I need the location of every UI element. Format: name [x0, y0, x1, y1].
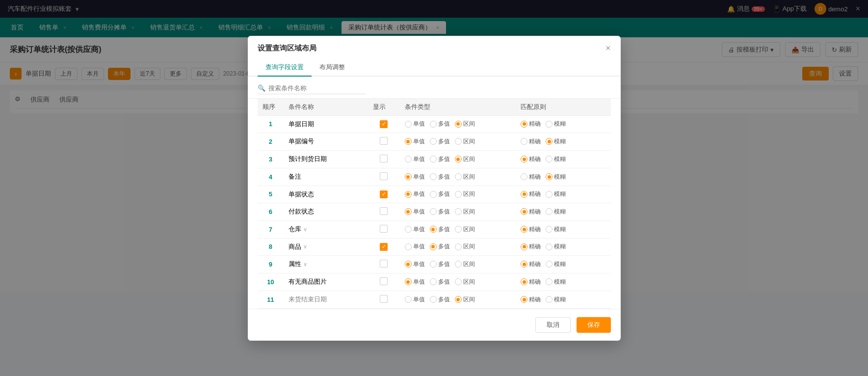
- type-multi-radio[interactable]: 多值: [430, 260, 450, 269]
- dropdown-icon[interactable]: ∨: [303, 226, 307, 233]
- type-multi-radio[interactable]: 多值: [430, 155, 450, 163]
- type-single-label: 单值: [413, 225, 425, 234]
- type-multi-radio[interactable]: 多值: [430, 173, 450, 181]
- type-multi-dot: [430, 156, 437, 162]
- type-range-dot: [455, 121, 462, 128]
- display-checkbox[interactable]: [380, 243, 388, 251]
- type-multi-radio[interactable]: 多值: [430, 278, 450, 286]
- match-exact-radio[interactable]: 精确: [521, 137, 541, 146]
- modal-tab-query-label: 查询字段设置: [265, 63, 304, 71]
- col-header-type: 条件类型: [400, 99, 516, 116]
- match-fuzzy-dot: [546, 261, 552, 268]
- row-display[interactable]: [368, 255, 399, 273]
- row-display[interactable]: [368, 291, 399, 292]
- match-exact-radio[interactable]: 精确: [521, 208, 541, 216]
- row-display[interactable]: [368, 168, 399, 186]
- type-range-radio[interactable]: 区间: [455, 155, 475, 163]
- match-exact-radio[interactable]: 精确: [521, 120, 541, 128]
- match-exact-radio[interactable]: 精确: [521, 155, 541, 163]
- row-display[interactable]: [368, 133, 399, 150]
- match-fuzzy-radio[interactable]: 模糊: [546, 242, 566, 251]
- type-single-radio[interactable]: 单值: [405, 190, 425, 198]
- type-multi-radio[interactable]: 多值: [430, 120, 450, 128]
- row-match: 精确 模糊: [516, 238, 610, 255]
- match-fuzzy-radio[interactable]: 模糊: [546, 155, 566, 163]
- match-fuzzy-radio[interactable]: 模糊: [546, 260, 566, 269]
- modal-search-area: 🔍: [248, 77, 621, 99]
- row-display[interactable]: [368, 220, 399, 238]
- match-fuzzy-radio[interactable]: 模糊: [546, 225, 566, 234]
- match-exact-radio[interactable]: 精确: [521, 278, 541, 286]
- display-checkbox[interactable]: [380, 260, 388, 268]
- type-range-radio[interactable]: 区间: [455, 208, 475, 216]
- type-single-radio[interactable]: 单值: [405, 278, 425, 286]
- row-display[interactable]: [368, 238, 399, 255]
- type-single-radio[interactable]: 单值: [405, 173, 425, 181]
- type-range-radio[interactable]: 区间: [455, 225, 475, 234]
- row-name: 来货结束日期: [284, 291, 368, 292]
- display-checkbox[interactable]: [380, 120, 388, 128]
- modal-close-button[interactable]: ×: [605, 44, 611, 53]
- type-multi-radio[interactable]: 多值: [430, 190, 450, 198]
- match-fuzzy-label: 模糊: [554, 155, 566, 163]
- type-multi-radio[interactable]: 多值: [430, 242, 450, 251]
- display-checkbox[interactable]: [380, 155, 388, 162]
- modal-tab-query[interactable]: 查询字段设置: [258, 59, 312, 77]
- display-checkbox[interactable]: [380, 277, 388, 285]
- row-display[interactable]: [368, 186, 399, 203]
- display-checkbox[interactable]: [380, 225, 388, 233]
- type-range-radio[interactable]: 区间: [455, 190, 475, 198]
- type-multi-radio[interactable]: 多值: [430, 137, 450, 146]
- row-display[interactable]: [368, 150, 399, 168]
- dropdown-icon[interactable]: ∨: [303, 243, 307, 250]
- match-exact-radio[interactable]: 精确: [521, 225, 541, 234]
- row-display[interactable]: [368, 115, 399, 133]
- match-fuzzy-radio[interactable]: 模糊: [546, 208, 566, 216]
- match-exact-radio[interactable]: 精确: [521, 260, 541, 269]
- type-multi-dot: [430, 226, 437, 233]
- type-range-radio[interactable]: 区间: [455, 278, 475, 286]
- search-input[interactable]: [268, 84, 366, 92]
- display-checkbox[interactable]: [380, 172, 388, 180]
- type-multi-radio[interactable]: 多值: [430, 225, 450, 234]
- row-display[interactable]: [368, 273, 399, 291]
- row-display[interactable]: [368, 203, 399, 220]
- type-single-radio[interactable]: 单值: [405, 137, 425, 146]
- type-single-radio[interactable]: 单值: [405, 225, 425, 234]
- type-single-radio[interactable]: 单值: [405, 242, 425, 251]
- type-single-radio[interactable]: 单值: [405, 155, 425, 163]
- row-seq: 10: [258, 273, 284, 291]
- type-single-radio[interactable]: 单值: [405, 120, 425, 128]
- display-checkbox[interactable]: [380, 190, 388, 198]
- match-exact-radio[interactable]: 精确: [521, 242, 541, 251]
- match-fuzzy-radio[interactable]: 模糊: [546, 190, 566, 198]
- type-range-radio[interactable]: 区间: [455, 260, 475, 269]
- type-multi-label: 多值: [438, 173, 450, 181]
- col-header-seq: 顺序: [258, 99, 284, 116]
- type-range-radio[interactable]: 区间: [455, 137, 475, 146]
- type-single-label: 单值: [413, 137, 425, 146]
- type-range-label: 区间: [463, 278, 475, 286]
- match-exact-radio[interactable]: 精确: [521, 173, 541, 181]
- match-fuzzy-radio[interactable]: 模糊: [546, 120, 566, 128]
- match-exact-radio[interactable]: 精确: [521, 190, 541, 198]
- type-single-radio[interactable]: 单值: [405, 260, 425, 269]
- type-multi-radio[interactable]: 多值: [430, 208, 450, 216]
- row-match: 精确 模糊: [516, 133, 610, 150]
- type-multi-dot: [430, 261, 437, 268]
- type-single-radio[interactable]: 单值: [405, 208, 425, 216]
- display-checkbox[interactable]: [380, 207, 388, 215]
- dropdown-icon[interactable]: ∨: [303, 261, 307, 268]
- type-range-radio[interactable]: 区间: [455, 173, 475, 181]
- type-range-radio[interactable]: 区间: [455, 120, 475, 128]
- display-checkbox[interactable]: [380, 137, 388, 145]
- match-fuzzy-dot: [546, 243, 552, 250]
- match-fuzzy-radio[interactable]: 模糊: [546, 137, 566, 146]
- match-fuzzy-radio[interactable]: 模糊: [546, 278, 566, 286]
- match-fuzzy-radio[interactable]: 模糊: [546, 173, 566, 181]
- type-range-radio[interactable]: 区间: [455, 242, 475, 251]
- match-fuzzy-dot: [546, 226, 552, 233]
- modal-tab-layout[interactable]: 布局调整: [312, 59, 353, 77]
- match-fuzzy-label: 模糊: [554, 190, 566, 198]
- row-seq: 8: [258, 238, 284, 255]
